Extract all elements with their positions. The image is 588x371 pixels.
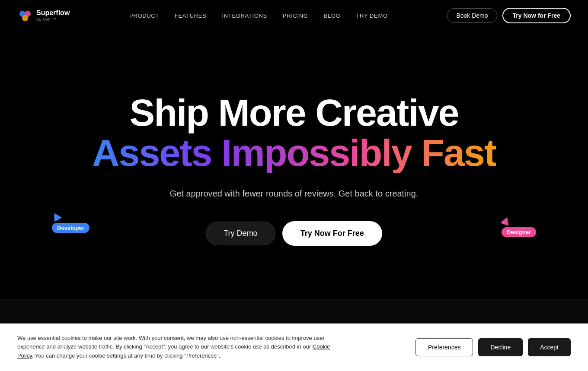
navbar: Superflow by Velt ™ PRODUCT FEATURES INT…: [0, 0, 588, 31]
cookie-banner: We use essential cookies to make our sit…: [0, 323, 588, 371]
nav-link-blog[interactable]: BLOG: [324, 13, 341, 19]
logo-icon: [17, 8, 33, 23]
hero-subtitle: Get approved with fewer rounds of review…: [170, 187, 419, 200]
nav-item-blog[interactable]: BLOG: [324, 12, 341, 19]
nav-item-product[interactable]: PRODUCT: [129, 12, 159, 19]
brand-text: Superflow by Velt ™: [36, 9, 70, 22]
book-demo-button[interactable]: Book Demo: [447, 8, 497, 23]
developer-cursor-label: Developer: [52, 223, 89, 233]
svg-point-2: [22, 15, 28, 21]
designer-cursor-label: Designer: [502, 227, 536, 237]
nav-link-features[interactable]: FEATURES: [175, 13, 207, 19]
preferences-button[interactable]: Preferences: [415, 338, 473, 356]
designer-cursor: Designer: [502, 217, 536, 237]
nav-item-integrations[interactable]: INTEGRATIONS: [222, 12, 267, 19]
nav-item-features[interactable]: FEATURES: [175, 12, 207, 19]
try-now-free-button[interactable]: Try Now For Free: [282, 221, 382, 246]
nav-link-product[interactable]: PRODUCT: [129, 13, 159, 19]
developer-cursor: Developer: [52, 212, 89, 233]
nav-links: PRODUCT FEATURES INTEGRATIONS PRICING BL…: [129, 12, 388, 19]
hero-buttons: Try Demo Try Now For Free: [206, 221, 382, 246]
nav-link-try-demo[interactable]: TRY DEMO: [356, 13, 387, 19]
cursor-arrow-developer-icon: [51, 211, 62, 222]
nav-link-integrations[interactable]: INTEGRATIONS: [222, 13, 267, 19]
decline-button[interactable]: Decline: [478, 338, 523, 356]
nav-link-pricing[interactable]: PRICING: [283, 13, 308, 19]
accept-button[interactable]: Accept: [528, 338, 571, 356]
brand-name: Superflow: [36, 9, 70, 17]
nav-item-pricing[interactable]: PRICING: [283, 12, 308, 19]
hero-section: Developer Designer Ship More Creative As…: [0, 31, 588, 299]
cookie-buttons: Preferences Decline Accept: [415, 338, 571, 356]
cookie-policy-link[interactable]: Cookie Policy: [17, 343, 330, 359]
nav-item-try-demo[interactable]: TRY DEMO: [356, 12, 387, 19]
try-now-nav-button[interactable]: Try Now for Free: [502, 8, 571, 23]
brand: Superflow by Velt ™: [17, 8, 70, 23]
hero-title-line1: Ship More Creative: [129, 93, 458, 133]
cookie-text: We use essential cookies to make our sit…: [17, 334, 346, 361]
try-demo-button[interactable]: Try Demo: [206, 222, 275, 245]
nav-right: Book Demo Try Now for Free: [447, 8, 571, 23]
brand-sub: by Velt ™: [36, 17, 70, 22]
hero-title-line2: Assets Impossibly Fast: [92, 133, 496, 173]
cursor-arrow-designer-icon: [501, 216, 511, 226]
